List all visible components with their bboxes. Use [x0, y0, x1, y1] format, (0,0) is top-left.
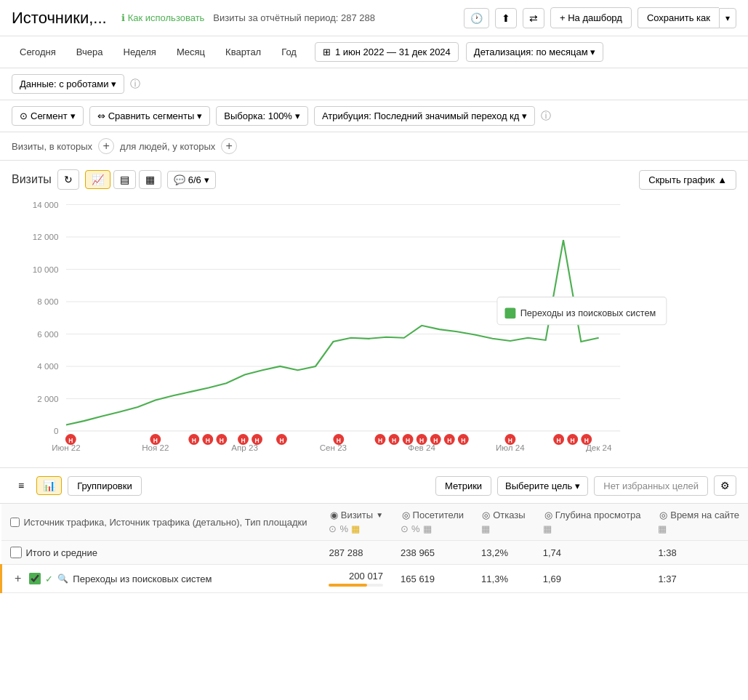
period-year[interactable]: Год	[273, 42, 305, 62]
calendar-icon: ⊞	[323, 47, 331, 57]
table-row: + ✓ 🔍 Переходы из поисковых систем 200 0…	[1, 565, 749, 593]
compare-btn[interactable]: ⇄	[523, 8, 544, 28]
groupings-btn[interactable]: Группировки	[68, 476, 142, 496]
col-visits-header[interactable]: ◉ Визиты ▼ ⊙ % ▦	[320, 504, 392, 541]
svg-text:Сен 23: Сен 23	[320, 443, 347, 452]
chart-header: Визиты ↻ 📈 ▤ ▦ 💬 6/6 ▾ Скрыть график ▲	[12, 169, 736, 190]
metrics-count-badge[interactable]: 💬 6/6 ▾	[167, 171, 216, 189]
attribution-btn[interactable]: Атрибуция: Последний значимый переход кд…	[314, 106, 535, 126]
svg-text:H: H	[557, 437, 561, 444]
svg-text:H: H	[419, 437, 424, 444]
period-yesterday[interactable]: Вчера	[68, 42, 111, 62]
compare-segments-btn[interactable]: ⇔ Сравнить сегменты ▾	[89, 106, 211, 126]
svg-text:8 000: 8 000	[37, 297, 59, 306]
row-source: + ✓ 🔍 Переходы из поисковых систем	[1, 565, 321, 593]
svg-text:12 000: 12 000	[33, 232, 59, 241]
svg-text:2 000: 2 000	[37, 394, 59, 403]
expand-row-btn[interactable]: +	[11, 571, 25, 586]
row-bounces: 11,3%	[472, 565, 534, 593]
data-table: Источник трафика, Источник трафика (дета…	[0, 504, 748, 593]
chevron-down-icon: ▾	[71, 110, 76, 121]
detail-btn[interactable]: Детализация: по месяцам ▾	[466, 42, 603, 62]
segment-row: ⊙ Сегмент ▾ ⇔ Сравнить сегменты ▾ Выборк…	[0, 100, 748, 132]
save-main-btn[interactable]: Сохранить как	[638, 7, 719, 28]
table-list-btn[interactable]: ≡	[12, 476, 31, 495]
goal-select-btn[interactable]: Выберите цель ▾	[497, 476, 588, 496]
bar-chart-icon-4[interactable]: ▦	[543, 523, 552, 534]
chart-refresh-btn[interactable]: ↻	[57, 169, 79, 190]
col-source-header: Источник трафика, Источник трафика (дета…	[1, 504, 321, 541]
chevron-down-icon: ▾	[590, 47, 595, 57]
table-header-row: Источник трафика, Источник трафика (дета…	[1, 504, 749, 541]
period-week[interactable]: Неделя	[116, 42, 164, 62]
table-toolbar: ≡ 📊 Группировки Метрики Выберите цель ▾ …	[0, 468, 748, 504]
visits-info: Визиты за отчётный период: 287 288	[213, 12, 375, 23]
filter-info-icon[interactable]: ⓘ	[130, 78, 140, 91]
period-month[interactable]: Месяц	[169, 42, 213, 62]
svg-text:4 000: 4 000	[37, 361, 59, 371]
svg-text:H: H	[433, 437, 438, 444]
total-visits: 287 288	[320, 541, 392, 565]
bar-chart-icon-2[interactable]: ▦	[423, 523, 432, 534]
export-btn[interactable]: ⬆	[495, 8, 517, 28]
clock-btn[interactable]: 🕐	[464, 8, 489, 28]
select-all-checkbox[interactable]	[10, 518, 20, 527]
chart-bar-btn[interactable]: ▦	[139, 170, 161, 189]
row-checkbox[interactable]	[29, 573, 41, 584]
line-chart: 14 000 12 000 10 000 8 000 6 000 4 000 2…	[12, 197, 736, 459]
radio-icon-5: ◎	[659, 510, 667, 520]
table-chart-btn[interactable]: 📊	[36, 476, 62, 495]
period-quarter[interactable]: Квартал	[217, 42, 269, 62]
dashboard-btn-group: + На дашборд	[550, 7, 632, 28]
period-toolbar: Сегодня Вчера Неделя Месяц Квартал Год ⊞…	[0, 36, 748, 68]
bar-chart-icon[interactable]: ▦	[351, 523, 360, 534]
segment-btn[interactable]: ⊙ Сегмент ▾	[12, 106, 84, 126]
row-visits: 200 017	[320, 565, 392, 593]
total-visitors: 238 965	[392, 541, 472, 565]
row-visitors: 165 619	[392, 565, 472, 593]
badge-icon: 💬	[174, 174, 185, 185]
sample-btn[interactable]: Выборка: 100% ▾	[216, 106, 308, 126]
save-dropdown-btn[interactable]: ▾	[719, 8, 736, 28]
how-to-use-link[interactable]: ℹ Как использовать	[121, 12, 205, 23]
total-checkbox[interactable]	[10, 547, 22, 558]
bar-chart-icon-5[interactable]: ▦	[658, 523, 667, 534]
page-header: Источники,... ℹ Как использовать Визиты …	[0, 0, 748, 36]
radio-icon-4: ◎	[544, 510, 552, 520]
total-label: Итого и средние	[1, 541, 321, 565]
add-visit-condition-btn[interactable]: +	[98, 138, 114, 154]
metrics-btn[interactable]: Метрики	[435, 476, 491, 496]
chart-section: Визиты ↻ 📈 ▤ ▦ 💬 6/6 ▾ Скрыть график ▲	[0, 161, 748, 468]
bar-chart-icon-3[interactable]: ▦	[481, 523, 490, 534]
data-filter-btn[interactable]: Данные: с роботами ▾	[12, 74, 124, 94]
fav-goals-btn[interactable]: Нет избранных целей	[594, 476, 708, 496]
table-settings-btn[interactable]: ⚙	[714, 475, 736, 496]
visits-condition-label: Визиты, в которых	[12, 141, 92, 152]
svg-text:H: H	[68, 437, 73, 444]
col-bounces-header: ◎ Отказы ▦	[472, 504, 534, 541]
sort-arrow: ▼	[376, 511, 383, 519]
svg-text:Переходы из поисковых систем: Переходы из поисковых систем	[520, 308, 656, 318]
chart-line-btn[interactable]: 📈	[85, 170, 110, 189]
row-depth: 1,69	[534, 565, 650, 593]
total-bounces: 13,2%	[472, 541, 534, 565]
pie-chart-icon-2[interactable]: ⊙	[401, 523, 409, 534]
svg-text:H: H	[206, 437, 210, 444]
percent-icon-2[interactable]: %	[411, 523, 420, 534]
svg-text:H: H	[461, 437, 465, 444]
save-btn-group: Сохранить как ▾	[638, 7, 736, 28]
svg-text:H: H	[192, 437, 196, 444]
hide-chart-btn[interactable]: Скрыть график ▲	[639, 170, 736, 190]
attr-info-icon[interactable]: ⓘ	[541, 110, 551, 123]
percent-icon[interactable]: %	[339, 523, 348, 534]
svg-rect-64	[505, 307, 516, 318]
date-range-btn[interactable]: ⊞ 1 июн 2022 — 31 дек 2024	[315, 42, 459, 62]
pie-chart-icon[interactable]: ⊙	[329, 523, 337, 534]
svg-text:H: H	[337, 437, 341, 444]
radio-icon-3: ◎	[482, 510, 490, 520]
chart-area-btn[interactable]: ▤	[113, 170, 136, 189]
add-people-condition-btn[interactable]: +	[221, 138, 237, 154]
row-name-label: Переходы из поисковых систем	[73, 574, 212, 584]
period-today[interactable]: Сегодня	[12, 42, 64, 62]
add-dashboard-btn[interactable]: + На дашборд	[550, 7, 632, 28]
